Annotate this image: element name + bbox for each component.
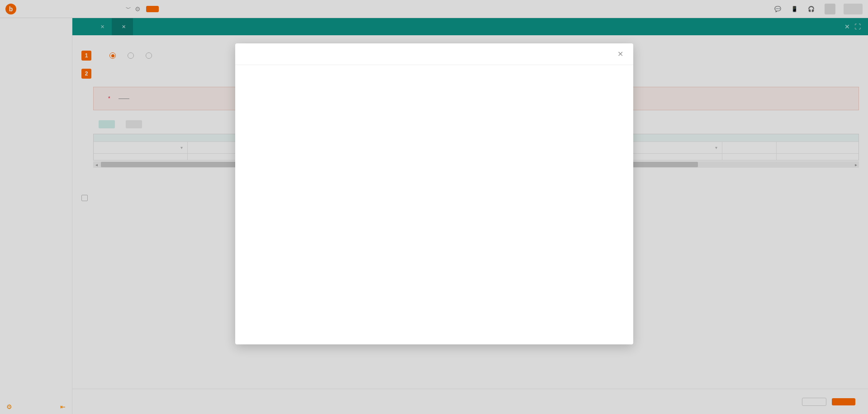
close-icon[interactable]: ✕ (617, 50, 623, 58)
modal-scroll[interactable] (248, 68, 628, 342)
modal-header: ✕ (235, 43, 633, 65)
modal-body (235, 65, 633, 344)
field-selector-modal: ✕ (235, 43, 633, 344)
